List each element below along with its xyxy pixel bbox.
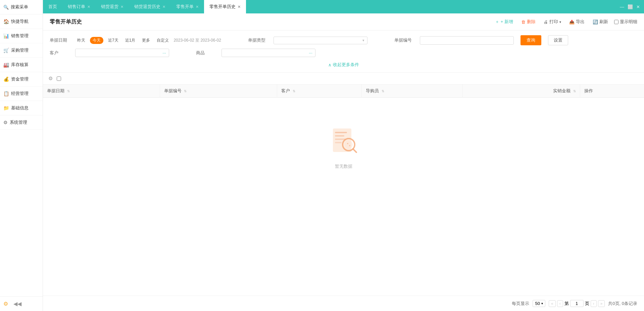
date-btn-7days[interactable]: 近7天: [106, 37, 120, 44]
doc-type-label: 单据类型: [248, 37, 267, 43]
table-toolbar: ⚙: [43, 73, 644, 85]
filter-area: 单据日期 昨天 今天 近7天 近1月 更多 自定义 2023-06-02 至 2…: [43, 31, 644, 73]
sidebar-item-operation[interactable]: 📋 经营管理: [0, 87, 43, 101]
collapse-filter-btn[interactable]: ∧ 收起更多条件: [50, 60, 637, 69]
tab-sales-return-close[interactable]: ✕: [120, 5, 123, 9]
setting-button[interactable]: 设置: [548, 35, 568, 45]
tab-sales-return-history-close[interactable]: ✕: [162, 5, 165, 9]
sidebar-item-label: 经营管理: [11, 91, 29, 97]
page-first-btn[interactable]: «: [549, 300, 556, 307]
date-btn-today[interactable]: 今天: [90, 37, 103, 44]
print-button[interactable]: 🖨 打印 ▾: [542, 17, 563, 26]
sidebar-item-label: 资金管理: [11, 76, 29, 82]
th-amount: 实销金额 ⇅: [462, 85, 580, 98]
date-btn-yesterday[interactable]: 昨天: [75, 37, 87, 44]
goods-field[interactable]: [225, 50, 307, 55]
select-all-checkbox[interactable]: [57, 76, 61, 81]
tab-home[interactable]: 首页: [43, 0, 62, 13]
window-minimize-icon[interactable]: —: [620, 4, 624, 9]
th-action: 操作: [580, 85, 644, 98]
goods-ellipsis-icon[interactable]: ···: [309, 50, 312, 55]
doc-number-field[interactable]: [423, 38, 511, 43]
settings-icon: ⚙: [3, 120, 8, 125]
sort-number-icon[interactable]: ⇅: [184, 89, 187, 93]
page-last-btn[interactable]: »: [598, 300, 605, 307]
per-page-label: 每页显示: [512, 301, 529, 307]
sidebar-item-sales-mgmt[interactable]: 📊 销售管理: [0, 29, 43, 43]
filter-row-1: 单据日期 昨天 今天 近7天 近1月 更多 自定义 2023-06-02 至 2…: [50, 35, 637, 45]
date-btn-more[interactable]: 更多: [140, 37, 152, 44]
sidebar-item-finance[interactable]: 💰 资金管理: [0, 72, 43, 87]
tab-retail-open-history[interactable]: 零售开单历史 ✕: [204, 0, 246, 13]
settings-gear-icon[interactable]: ⚙: [3, 301, 8, 307]
svg-rect-4: [335, 142, 342, 143]
sidebar-item-purchase-mgmt[interactable]: 🛒 采购管理: [0, 43, 43, 58]
svg-rect-2: [335, 135, 344, 137]
tab-retail-open-close[interactable]: ✕: [196, 5, 199, 9]
table-settings-icon[interactable]: ⚙: [48, 75, 53, 82]
page-next-btn[interactable]: ›: [591, 300, 597, 307]
doc-number-input[interactable]: [420, 36, 514, 45]
date-btn-custom[interactable]: 自定义: [155, 37, 171, 44]
sidebar-item-basic-info[interactable]: 📁 基础信息: [0, 101, 43, 115]
doc-type-select[interactable]: ▾: [274, 37, 367, 44]
page-title: 零售开单历史: [50, 18, 82, 25]
tab-retail-open[interactable]: 零售开单 ✕: [171, 0, 204, 13]
collapse-filter-label: 收起更多条件: [333, 62, 359, 68]
sort-date-icon[interactable]: ⇅: [67, 89, 70, 93]
customer-input[interactable]: ···: [75, 49, 169, 57]
th-amount-label: 实销金额: [553, 88, 571, 93]
display-detail-checkbox[interactable]: [614, 20, 618, 24]
tab-sales-order-close[interactable]: ✕: [87, 5, 90, 9]
tab-sales-order[interactable]: 销售订单 ✕: [62, 0, 96, 13]
collapse-sidebar-icon[interactable]: ◀◀: [13, 301, 21, 307]
add-icon: ＋: [495, 19, 499, 25]
export-icon: 📤: [569, 19, 575, 24]
page-number-input[interactable]: [570, 300, 584, 307]
customer-ellipsis-icon[interactable]: ···: [162, 50, 166, 55]
sort-amount-icon[interactable]: ⇅: [573, 89, 576, 93]
sidebar-search[interactable]: 🔍 搜索采单: [0, 0, 43, 14]
page-size-select[interactable]: 50 ▾: [533, 300, 545, 307]
refresh-button[interactable]: 🔄 刷新: [591, 17, 610, 26]
add-button[interactable]: ＋ + 新增: [493, 17, 515, 26]
svg-point-6: [345, 141, 353, 149]
th-number-label: 单据编号: [164, 88, 182, 93]
sidebar-item-label: 系统管理: [10, 119, 27, 125]
page-suffix: 页: [585, 301, 589, 307]
query-button[interactable]: 查询: [521, 35, 541, 45]
svg-point-8: [347, 143, 348, 144]
sort-customer-icon[interactable]: ⇅: [293, 89, 295, 93]
display-detail-checkbox-label[interactable]: 显示明细: [614, 19, 637, 25]
page-prev-btn[interactable]: ‹: [557, 300, 563, 307]
svg-line-7: [353, 149, 356, 152]
sidebar-item-quick-nav[interactable]: 🏠 快捷导航: [0, 14, 43, 29]
display-detail-label: 显示明细: [620, 19, 637, 25]
window-close-icon[interactable]: ✕: [636, 4, 640, 9]
table-area: ⚙ 单据日期 ⇅ 单据编号 ⇅ 客户: [43, 73, 644, 296]
tab-sales-return[interactable]: 销货退货 ✕: [96, 0, 129, 13]
page-size-value: 50: [535, 301, 540, 306]
doc-number-label: 单据编号: [394, 37, 413, 43]
window-restore-icon[interactable]: ⬜: [628, 4, 633, 9]
customer-field[interactable]: [78, 50, 161, 55]
tab-bar-right: — ⬜ ✕: [620, 4, 644, 9]
customer-filter-label: 客户: [50, 50, 68, 56]
delete-icon: 🗑: [521, 19, 526, 24]
date-filter-label: 单据日期: [50, 37, 68, 43]
date-btn-1month[interactable]: 近1月: [123, 37, 138, 44]
empty-text: 暂无数据: [335, 163, 352, 169]
tab-sales-return-label: 销货退货: [101, 4, 118, 10]
tab-sales-return-history[interactable]: 销货退货历史 ✕: [129, 0, 171, 13]
doc-type-dropdown-icon: ▾: [362, 38, 364, 43]
sidebar-item-inventory[interactable]: 🏭 库存核算: [0, 58, 43, 72]
goods-input[interactable]: ···: [221, 49, 315, 57]
sort-guide-icon[interactable]: ⇅: [382, 89, 384, 93]
delete-button[interactable]: 🗑 删除: [519, 17, 538, 26]
page-size-dropdown-icon: ▾: [541, 302, 543, 305]
tab-retail-open-history-close[interactable]: ✕: [238, 5, 241, 9]
th-date: 单据日期 ⇅: [43, 85, 160, 98]
export-button[interactable]: 📤 导出: [567, 17, 587, 26]
pagination: 每页显示 50 ▾ « ‹ 第 页 › » 共0页, 0条记录: [43, 296, 644, 311]
sidebar-item-sys-mgmt[interactable]: ⚙ 系统管理: [0, 115, 43, 130]
